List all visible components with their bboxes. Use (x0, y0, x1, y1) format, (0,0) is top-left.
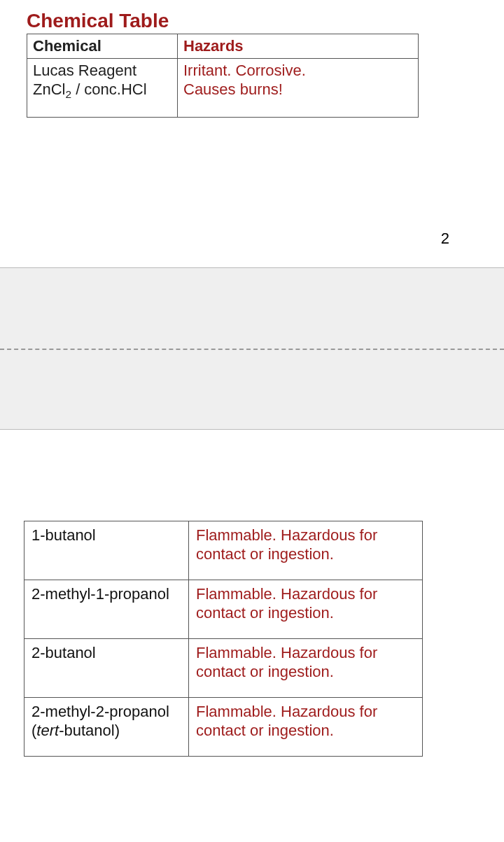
table-row: 2-methyl-1-propanol Flammable. Hazardous… (24, 580, 423, 638)
chemical-cell: Lucas Reagent ZnCl2 / conc.HCl (27, 58, 178, 117)
hazard-cell: Flammable. Hazardous for contact or inge… (189, 697, 423, 756)
haz-line2: Causes burns! (183, 80, 283, 98)
section-title: Chemical Table (27, 10, 477, 32)
page-number: 2 (27, 230, 477, 267)
chemical-cell: 2-methyl-2-propanol (tert-butanol) (24, 697, 189, 756)
chemical-cell: 2-methyl-1-propanol (24, 580, 189, 638)
chem-line1: Lucas Reagent (33, 62, 136, 79)
chem-line2b: / conc.HCl (71, 80, 147, 98)
page-bottom: 1-butanol Flammable. Hazardous for conta… (0, 430, 504, 785)
chemical-cell: 1-butanol (24, 521, 189, 580)
header-hazards: Hazards (178, 34, 419, 59)
chemical-table-top: Chemical Hazards Lucas Reagent ZnCl2 / c… (27, 34, 419, 118)
table-row: 1-butanol Flammable. Hazardous for conta… (24, 521, 423, 580)
chemical-cell: 2-butanol (24, 638, 189, 697)
chem-subscript: 2 (65, 88, 71, 100)
hazard-cell: Flammable. Hazardous for contact or inge… (189, 638, 423, 697)
header-chemical: Chemical (27, 34, 178, 59)
table-row: 2-butanol Flammable. Hazardous for conta… (24, 638, 423, 697)
page-top: Chemical Table Chemical Hazards Lucas Re… (0, 0, 504, 267)
hazard-cell: Irritant. Corrosive. Causes burns! (178, 58, 419, 117)
table-header-row: Chemical Hazards (27, 34, 419, 59)
hazard-cell: Flammable. Hazardous for contact or inge… (189, 521, 423, 580)
hazard-cell: Flammable. Hazardous for contact or inge… (189, 580, 423, 638)
page-gap (0, 267, 504, 430)
chem-name: 2-butanol (31, 644, 96, 661)
chemical-table-bottom: 1-butanol Flammable. Hazardous for conta… (24, 521, 423, 757)
table-row: Lucas Reagent ZnCl2 / conc.HCl Irritant.… (27, 58, 419, 117)
chem-name: 1-butanol (31, 526, 96, 544)
haz-line1: Irritant. Corrosive. (183, 62, 306, 79)
table-row: 2-methyl-2-propanol (tert-butanol) Flamm… (24, 697, 423, 756)
chem-extra-ital: tert (36, 722, 59, 739)
chem-extra-suffix: -butanol) (59, 722, 120, 739)
chem-name: 2-methyl-2-propanol (31, 703, 169, 720)
chem-name: 2-methyl-1-propanol (31, 585, 169, 603)
chem-line2a: ZnCl (33, 80, 65, 98)
